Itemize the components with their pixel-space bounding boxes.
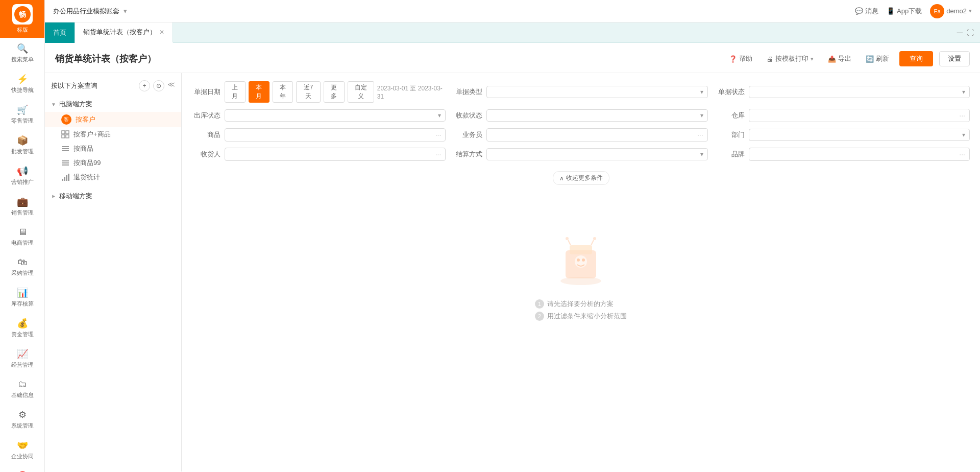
tabs-bar: 首页 销货单统计表（按客户） ✕ ─ ⛶ xyxy=(45,22,980,43)
sidebar-item-enterprise[interactable]: 🤝 企业协同 xyxy=(0,435,44,465)
help-btn[interactable]: ❓ 帮助 xyxy=(725,52,756,65)
tree-by-goods[interactable]: 按商品 xyxy=(45,141,181,156)
template-print-btn[interactable]: 🖨 按模板打印 ▾ xyxy=(763,52,818,65)
salesperson-input[interactable]: ··· xyxy=(486,128,707,141)
tree-mobile-label: 移动端方案 xyxy=(59,192,92,201)
order-type-label: 单据类型 xyxy=(454,87,482,97)
tab-minimize-icon[interactable]: ─ xyxy=(957,28,963,37)
warehouse-input[interactable]: ··· xyxy=(749,109,970,122)
tree-by-customer[interactable]: 客 按客户 xyxy=(45,112,181,127)
filter-order-type-col: 单据类型 ▾ xyxy=(454,86,707,98)
goods-input[interactable]: ··· xyxy=(225,128,446,141)
date-this-month-btn[interactable]: 本月 xyxy=(249,81,270,103)
sidebar-item-purchase[interactable]: 🛍 采购管理 xyxy=(0,252,44,282)
industry-dropdown-arrow[interactable]: ▾ xyxy=(124,7,127,15)
logo-subtitle: 标版 xyxy=(17,26,28,34)
user-profile-btn[interactable]: Ea demo2 ▾ xyxy=(930,4,972,18)
date-last-month-btn[interactable]: 上月 xyxy=(225,81,246,103)
tree-desktop-section: ▼ 电脑端方案 客 按客户 按客户+商品 xyxy=(45,95,181,186)
tree-mobile-parent[interactable]: ▼ 移动端方案 xyxy=(45,188,181,204)
sidebar-item-search[interactable]: 🔍 搜索菜单 xyxy=(0,38,44,68)
sidebar-item-ecommerce[interactable]: 🖥 电商管理 xyxy=(0,222,44,252)
app-download-btn[interactable]: 📱 App下载 xyxy=(887,7,922,16)
tab-home[interactable]: 首页 xyxy=(45,22,75,43)
sidebar-item-marketing[interactable]: 📢 营销推广 xyxy=(0,160,44,191)
tab-sales-stats[interactable]: 销货单统计表（按客户） ✕ xyxy=(75,22,173,43)
enterprise-icon: 🤝 xyxy=(17,440,28,451)
receiver-input[interactable]: ··· xyxy=(225,148,446,161)
customer-scheme-icon: 客 xyxy=(61,114,71,125)
tree-desktop-parent[interactable]: ▼ 电脑端方案 xyxy=(45,97,181,112)
tab-close-icon[interactable]: ✕ xyxy=(159,29,164,36)
svg-rect-5 xyxy=(66,135,69,138)
brand-label: 品牌 xyxy=(716,150,745,159)
sidebar-label-system: 系统管理 xyxy=(11,422,34,430)
sidebar-item-guide[interactable]: 🎯 新手引导 xyxy=(0,465,44,472)
filter-row-2: 出库状态 ▾ 收款状态 ▾ 仓库 xyxy=(192,109,970,122)
refresh-btn[interactable]: 🔄 刷新 xyxy=(862,52,893,65)
date-more-btn[interactable]: 更多 xyxy=(324,81,345,103)
dept-select[interactable]: ▾ xyxy=(749,129,970,141)
search-icon: 🔍 xyxy=(17,43,28,54)
tree-by-goods99[interactable]: 按商品99 xyxy=(45,156,181,170)
sidebar-item-finance[interactable]: 💰 资金管理 xyxy=(0,313,44,343)
filter-order-status-col: 单据状态 ▾ xyxy=(716,86,970,98)
tree-mobile-section: ▼ 移动端方案 xyxy=(45,186,181,206)
tree-return-stats[interactable]: 退货统计 xyxy=(45,170,181,184)
sidebar-item-retail[interactable]: 🛒 零售管理 xyxy=(0,99,44,130)
sidebar-item-wholesale[interactable]: 📦 批发管理 xyxy=(0,130,44,160)
sidebar-item-sales[interactable]: 💼 销售管理 xyxy=(0,191,44,222)
sidebar-item-system[interactable]: ⚙ 系统管理 xyxy=(0,404,44,435)
logo-area[interactable]: 畅 标版 xyxy=(0,0,44,38)
warehouse-dots-icon: ··· xyxy=(959,111,965,120)
out-status-select[interactable]: ▾ xyxy=(225,109,446,122)
tab-maximize-icon[interactable]: ⛶ xyxy=(967,29,974,37)
collapse-conditions-btn[interactable]: ∧ 收起更多条件 xyxy=(553,171,609,185)
panel-collapse-btn[interactable]: ≪ xyxy=(167,80,175,91)
brand-input[interactable]: ··· xyxy=(749,148,970,161)
marketing-icon: 📢 xyxy=(17,166,28,177)
date-range-text: 2023-03-01 至 2023-03-31 xyxy=(377,84,446,100)
app-download-label: App下载 xyxy=(897,7,922,16)
left-panel: 按以下方案查询 + ⊙ ≪ xyxy=(45,73,182,471)
sidebar-item-quick-nav[interactable]: ⚡ 快捷导航 xyxy=(0,68,44,99)
left-panel-title: 按以下方案查询 xyxy=(51,81,97,90)
add-scheme-btn[interactable]: + xyxy=(139,80,150,91)
svg-rect-4 xyxy=(62,135,65,138)
filter-salesperson-col: 业务员 ··· xyxy=(454,128,707,141)
filter-brand-col: 品牌 ··· xyxy=(716,148,970,161)
empty-illustration xyxy=(550,230,611,291)
page-title: 销货单统计表（按客户） xyxy=(55,53,156,65)
avatar: Ea xyxy=(930,4,944,18)
page-header: 销货单统计表（按客户） ❓ 帮助 🖨 按模板打印 ▾ 📤 导出 🔄 刷新 xyxy=(45,43,980,73)
tree-by-customer-goods[interactable]: 按客户+商品 xyxy=(45,127,181,141)
collapse-label: 收起更多条件 xyxy=(566,174,603,182)
receive-status-select[interactable]: ▾ xyxy=(486,109,707,122)
sidebar-item-operation[interactable]: 📈 经营管理 xyxy=(0,343,44,374)
message-btn[interactable]: 💬 消息 xyxy=(855,7,878,16)
order-type-dropdown-icon: ▾ xyxy=(700,88,703,96)
date-custom-btn[interactable]: 自定义 xyxy=(348,81,374,103)
base-icon: 🗂 xyxy=(18,379,27,390)
tree-arrow-right: ▼ xyxy=(51,194,56,199)
date-selector: 上月 本月 本年 近7天 更多 自定义 2023-03-01 至 2023-03… xyxy=(225,81,446,103)
sidebar-label-operation: 经营管理 xyxy=(11,361,34,369)
filter-warehouse-col: 仓库 ··· xyxy=(716,109,970,122)
settle-select[interactable]: ▾ xyxy=(486,148,707,160)
order-status-select[interactable]: ▾ xyxy=(749,86,970,98)
filter-row-1: 单据日期 上月 本月 本年 近7天 更多 自定义 2023-03-01 至 20… xyxy=(192,81,970,103)
svg-text:畅: 畅 xyxy=(19,10,26,18)
query-button[interactable]: 查询 xyxy=(899,51,933,66)
sidebar-item-base[interactable]: 🗂 基础信息 xyxy=(0,374,44,404)
export-btn[interactable]: 📤 导出 xyxy=(824,52,855,65)
order-type-select[interactable]: ▾ xyxy=(486,86,707,98)
edit-scheme-btn[interactable]: ⊙ xyxy=(153,80,164,91)
date-7days-btn[interactable]: 近7天 xyxy=(296,81,320,103)
main-area: 办公用品行业模拟账套 ▾ 💬 消息 📱 App下载 Ea demo2 ▾ 首页 … xyxy=(45,0,980,472)
svg-rect-11 xyxy=(62,164,69,166)
date-this-year-btn[interactable]: 本年 xyxy=(273,81,293,103)
settings-button[interactable]: 设置 xyxy=(939,51,970,66)
sidebar-label-search: 搜索菜单 xyxy=(11,56,34,63)
sidebar-item-inventory[interactable]: 📊 库存核算 xyxy=(0,282,44,313)
page-actions: ❓ 帮助 🖨 按模板打印 ▾ 📤 导出 🔄 刷新 查询 设置 xyxy=(725,51,970,66)
